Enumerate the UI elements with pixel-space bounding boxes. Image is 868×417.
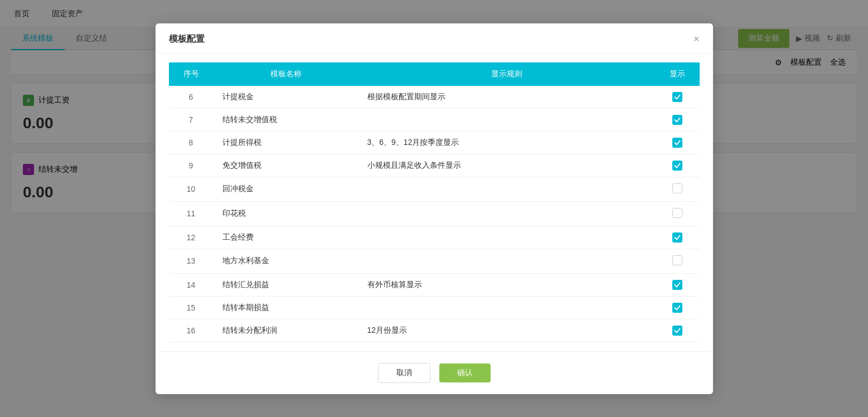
table-scroll-area[interactable]: 序号 模板名称 显示规则 显示 6计提税金根据模板配置期间显示7结转未交增值税8… xyxy=(169,62,700,342)
row-index: 9 xyxy=(169,154,214,177)
row-index: 16 xyxy=(169,319,214,342)
row-display-rule xyxy=(358,108,655,131)
dialog-title: 模板配置 xyxy=(169,33,205,45)
row-checkbox-cell xyxy=(655,108,700,131)
row-index: 11 xyxy=(169,201,214,226)
cancel-button[interactable]: 取消 xyxy=(378,363,430,383)
row-template-name: 计提所得税 xyxy=(214,131,358,154)
row-display-rule xyxy=(358,177,655,201)
row-display-rule: 3、6、9、12月按季度显示 xyxy=(358,131,655,154)
row-template-name: 结转未交增值税 xyxy=(214,108,358,131)
row-checkbox-cell xyxy=(655,319,700,342)
table-row: 8计提所得税3、6、9、12月按季度显示 xyxy=(169,131,700,154)
table-row: 11印花税 xyxy=(169,201,700,226)
confirm-button[interactable]: 确认 xyxy=(439,363,491,382)
row-checkbox-cell xyxy=(655,177,700,201)
table-row: 9免交增值税小规模且满足收入条件显示 xyxy=(169,154,700,177)
table-row: 12工会经费 xyxy=(169,226,700,249)
row-checkbox-cell xyxy=(655,201,700,226)
row-display-rule xyxy=(358,201,655,226)
table-row: 13地方水利基金 xyxy=(169,249,700,273)
row-index: 7 xyxy=(169,108,214,131)
row-display-rule: 根据模板配置期间显示 xyxy=(358,86,655,109)
row-display-rule xyxy=(358,226,655,249)
row-checkbox-cell xyxy=(655,86,700,109)
row-checkbox-cell xyxy=(655,154,700,177)
checkbox-checked[interactable] xyxy=(672,138,682,148)
row-template-name: 工会经费 xyxy=(214,226,358,249)
row-template-name: 结转本期损益 xyxy=(214,296,358,319)
table-row: 6计提税金根据模板配置期间显示 xyxy=(169,86,700,109)
row-checkbox-cell xyxy=(655,226,700,249)
row-index: 14 xyxy=(169,273,214,296)
row-checkbox-cell xyxy=(655,273,700,296)
row-template-name: 计提税金 xyxy=(214,86,358,109)
table-row: 10回冲税金 xyxy=(169,177,700,201)
col-header-show: 显示 xyxy=(655,62,700,86)
checkbox-checked[interactable] xyxy=(672,280,682,290)
table-header-row: 序号 模板名称 显示规则 显示 xyxy=(169,62,700,86)
table-row: 14结转汇兑损益有外币核算显示 xyxy=(169,273,700,296)
modal-overlay: 模板配置 × 序号 模板名称 显示规则 显示 6计提税金根据模板配置期间显 xyxy=(0,0,868,417)
template-config-dialog: 模板配置 × 序号 模板名称 显示规则 显示 6计提税金根据模板配置期间显 xyxy=(156,23,713,394)
row-display-rule xyxy=(358,296,655,319)
row-template-name: 地方水利基金 xyxy=(214,249,358,273)
table-row: 7结转未交增值税 xyxy=(169,108,700,131)
checkbox-checked[interactable] xyxy=(672,115,682,125)
dialog-footer: 取消 确认 xyxy=(156,351,713,394)
row-index: 10 xyxy=(169,177,214,201)
checkbox-unchecked[interactable] xyxy=(672,183,682,193)
row-index: 8 xyxy=(169,131,214,154)
checkbox-checked[interactable] xyxy=(672,303,682,313)
checkbox-unchecked[interactable] xyxy=(672,255,682,265)
table-row: 15结转本期损益 xyxy=(169,296,700,319)
row-display-rule: 有外币核算显示 xyxy=(358,273,655,296)
row-index: 15 xyxy=(169,296,214,319)
row-index: 13 xyxy=(169,249,214,273)
checkbox-unchecked[interactable] xyxy=(672,208,682,218)
row-checkbox-cell xyxy=(655,249,700,273)
row-template-name: 免交增值税 xyxy=(214,154,358,177)
col-header-name: 模板名称 xyxy=(214,62,358,86)
row-template-name: 回冲税金 xyxy=(214,177,358,201)
row-display-rule xyxy=(358,249,655,273)
row-index: 12 xyxy=(169,226,214,249)
row-template-name: 结转未分配利润 xyxy=(214,319,358,342)
config-table: 序号 模板名称 显示规则 显示 6计提税金根据模板配置期间显示7结转未交增值税8… xyxy=(169,62,700,342)
checkbox-checked[interactable] xyxy=(672,92,682,102)
row-checkbox-cell xyxy=(655,131,700,154)
dialog-body: 序号 模板名称 显示规则 显示 6计提税金根据模板配置期间显示7结转未交增值税8… xyxy=(156,54,713,351)
table-row: 16结转未分配利润12月份显示 xyxy=(169,319,700,342)
checkbox-checked[interactable] xyxy=(672,232,682,243)
dialog-header: 模板配置 × xyxy=(156,23,713,54)
checkbox-checked[interactable] xyxy=(672,161,682,171)
row-template-name: 印花税 xyxy=(214,201,358,226)
row-checkbox-cell xyxy=(655,296,700,319)
col-header-index: 序号 xyxy=(169,62,214,86)
checkbox-checked[interactable] xyxy=(672,326,682,336)
row-display-rule: 小规模且满足收入条件显示 xyxy=(358,154,655,177)
dialog-close-button[interactable]: × xyxy=(694,34,700,44)
row-display-rule: 12月份显示 xyxy=(358,319,655,342)
row-index: 6 xyxy=(169,86,214,109)
col-header-rule: 显示规则 xyxy=(358,62,655,86)
row-template-name: 结转汇兑损益 xyxy=(214,273,358,296)
